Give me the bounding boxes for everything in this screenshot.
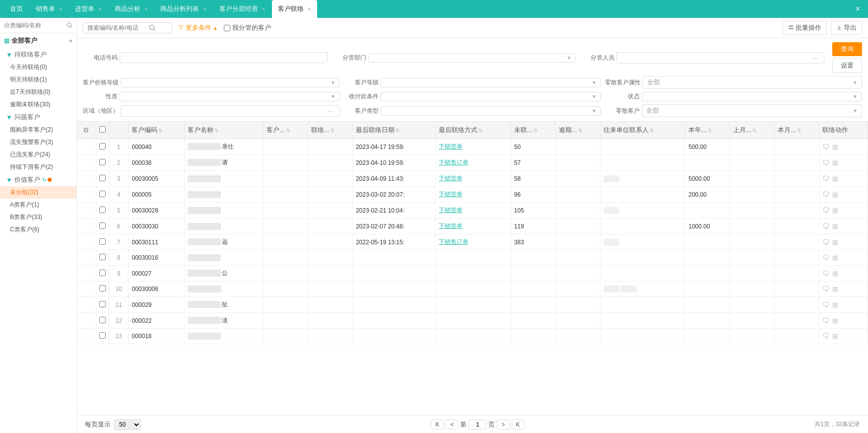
grid-action-icon[interactable]: ⊞ [832, 207, 838, 215]
page-number-input[interactable] [468, 420, 486, 430]
col-last-month[interactable]: 上月...⇅ [730, 122, 775, 139]
sidebar-search-input[interactable] [4, 22, 65, 29]
sidebar-item-overdue[interactable]: 逾期未联络(30) [0, 98, 76, 111]
chat-icon[interactable]: 🗨 [822, 285, 829, 293]
chat-icon[interactable]: 🗨 [822, 254, 829, 262]
chat-icon[interactable]: 🗨 [822, 143, 829, 151]
grid-action-icon[interactable]: ⊞ [832, 285, 838, 293]
price-level-select[interactable]: ▼ [121, 78, 340, 87]
close-customer-contact[interactable]: × [308, 6, 311, 12]
sidebar-item-class-a[interactable]: A类客户(1) [0, 199, 76, 211]
nav-tab-customer-tier[interactable]: 客户分层经营 × [213, 0, 271, 18]
grid-action-icon[interactable]: ⊞ [832, 238, 838, 246]
grid-action-icon[interactable]: ⊞ [832, 143, 838, 151]
chat-icon[interactable]: 🗨 [822, 270, 829, 278]
col-this-year[interactable]: 本年...⇅ [685, 122, 730, 139]
close-product-list[interactable]: × [203, 6, 206, 12]
cell-last-method[interactable] [435, 297, 511, 313]
collapse-button[interactable]: « [69, 37, 72, 44]
row-checkbox[interactable] [99, 207, 106, 213]
refresh-icon[interactable]: ↻ [42, 177, 47, 183]
batch-op-button[interactable]: 批量操作 [783, 21, 827, 35]
chat-icon[interactable]: 🗨 [822, 207, 829, 215]
sidebar-search-box[interactable] [0, 18, 76, 33]
row-checkbox[interactable] [99, 159, 106, 165]
cell-last-method[interactable] [435, 313, 511, 329]
col-contact[interactable]: 联络...⇅ [308, 122, 352, 139]
col-type[interactable]: 客户...⇅ [263, 122, 308, 139]
grid-action-icon[interactable]: ⊞ [832, 270, 838, 278]
grid-action-icon[interactable]: ⊞ [832, 317, 838, 325]
chat-icon[interactable]: 🗨 [822, 222, 829, 230]
sidebar-item-ungrouped[interactable]: 未分组(32) [0, 186, 76, 199]
row-checkbox[interactable] [99, 143, 106, 149]
row-checkbox[interactable] [99, 238, 106, 245]
col-name[interactable]: 客户名称⇅ [185, 122, 264, 139]
phone-input[interactable] [120, 52, 328, 63]
prev-page-button[interactable]: < [446, 420, 458, 430]
cell-last-method[interactable]: 下销货单 [435, 203, 511, 218]
chat-icon[interactable]: 🗨 [822, 238, 829, 246]
close-product-analysis[interactable]: × [144, 6, 147, 12]
status-select[interactable]: ▼ [642, 92, 862, 101]
row-checkbox[interactable] [99, 270, 106, 276]
sidebar-item-week[interactable]: 近7天待联络(0) [0, 86, 76, 98]
sidebar-item-tomorrow[interactable]: 明天待联络(1) [0, 73, 76, 86]
sidebar-item-churned[interactable]: 已流失客户(24) [0, 148, 76, 161]
cell-check[interactable] [96, 329, 109, 344]
cell-check[interactable] [96, 139, 109, 155]
nature-select[interactable]: ▼ [120, 92, 340, 101]
col-code[interactable]: 客户编码⇅ [129, 122, 185, 139]
payment-select[interactable]: ▼ [381, 92, 601, 101]
col-contacts[interactable]: 往来单位联系人⇅ [600, 122, 685, 139]
col-last-method[interactable]: 最后联络方式⇅ [435, 122, 511, 139]
grid-action-icon[interactable]: ⊞ [832, 159, 838, 167]
sidebar-item-today[interactable]: 今天待联络(0) [0, 61, 76, 73]
first-page-button[interactable]: K [431, 420, 444, 430]
close-purchase[interactable]: × [98, 6, 101, 12]
chat-icon[interactable]: 🗨 [822, 159, 829, 167]
grid-action-icon[interactable]: ⊞ [832, 254, 838, 262]
col-settings[interactable]: ⚙ [77, 122, 96, 139]
page-size-select[interactable]: 50 20 100 [114, 419, 141, 430]
row-checkbox[interactable] [99, 317, 106, 323]
sidebar-item-class-c[interactable]: C类客户(6) [0, 223, 76, 236]
nav-tab-sales[interactable]: 销售单 × [30, 0, 68, 18]
col-this-month[interactable]: 本月...⇅ [775, 122, 819, 139]
customer-type-select[interactable]: ▼ [381, 106, 601, 116]
sparse-customer-select[interactable]: 全部 ▼ [642, 104, 862, 117]
grid-action-icon[interactable]: ⊞ [832, 332, 838, 340]
row-checkbox[interactable] [99, 332, 106, 339]
nav-tab-purchase[interactable]: 进货单 × [69, 0, 107, 18]
next-page-button[interactable]: > [497, 420, 509, 430]
select-all-checkbox[interactable] [99, 126, 106, 133]
region-field[interactable]: ··· [121, 105, 340, 117]
cell-last-method[interactable]: 下销货单 [435, 187, 511, 203]
cell-check[interactable] [96, 282, 109, 297]
chat-icon[interactable]: 🗨 [822, 175, 829, 183]
close-customer-tier[interactable]: × [262, 6, 265, 12]
cell-check[interactable] [96, 187, 109, 203]
close-sales[interactable]: × [59, 6, 62, 12]
cell-last-method[interactable] [435, 250, 511, 266]
row-checkbox[interactable] [99, 301, 106, 307]
last-page-button[interactable]: K [512, 420, 525, 430]
cell-last-method[interactable] [435, 282, 511, 297]
col-last-date[interactable]: 最后联络日期⇅ [352, 122, 435, 139]
sidebar-item-churn-warning[interactable]: 流失预警客户(3) [0, 136, 76, 148]
cell-check[interactable] [96, 155, 109, 171]
grid-action-icon[interactable]: ⊞ [832, 175, 838, 183]
row-checkbox[interactable] [99, 175, 106, 181]
row-checkbox[interactable] [99, 254, 106, 260]
all-customers-header[interactable]: ⊞ 全部客户 « [0, 33, 76, 48]
grid-action-icon[interactable]: ⊞ [832, 191, 838, 199]
sidebar-item-class-b[interactable]: B类客户(33) [0, 211, 76, 223]
cell-last-method[interactable]: 下销货单 [435, 139, 511, 155]
query-button[interactable]: 查询 [832, 42, 862, 56]
col-no-contact[interactable]: 未联...⇅ [511, 122, 555, 139]
cell-check[interactable] [96, 313, 109, 329]
sidebar-group-problem[interactable]: ▼ 问题客户 [0, 111, 76, 124]
cell-last-method[interactable] [435, 266, 511, 282]
person-field[interactable]: ··· [616, 52, 824, 64]
sidebar-group-value[interactable]: ▼ 价值客户 ↻ [0, 173, 76, 186]
